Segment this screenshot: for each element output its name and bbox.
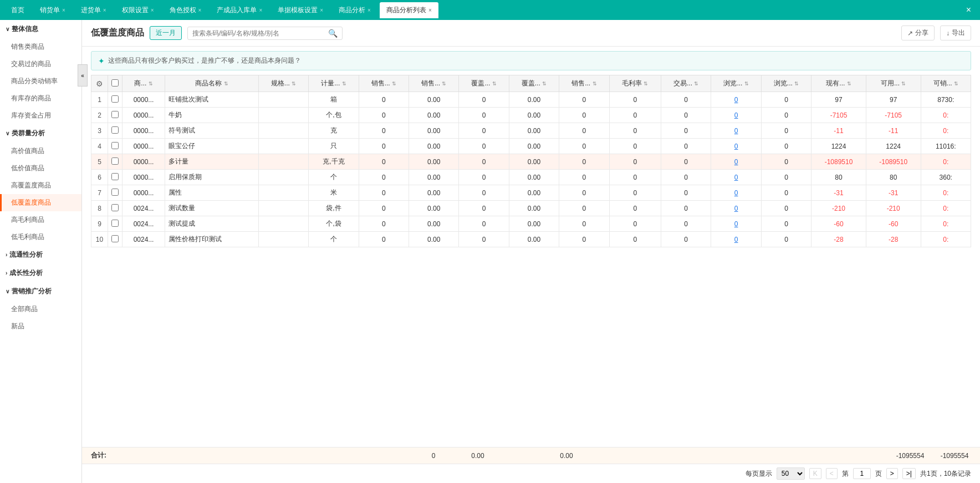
table-row: 9 0024... 测试提成 个,袋 0 0.00 0 0.00 0 0 0 0…: [91, 216, 971, 232]
row-checkbox[interactable]: [111, 204, 119, 211]
row-gross-rate: 0: [609, 139, 661, 154]
browse-link[interactable]: 0: [734, 127, 738, 135]
col-available[interactable]: 可用... ⇅: [866, 75, 921, 92]
sidebar-collapse-button[interactable]: «: [78, 64, 88, 87]
sidebar-item-sales-products[interactable]: 销售类商品: [0, 38, 81, 55]
section-overall-label: 整体信息: [12, 24, 38, 34]
nav-product-storage[interactable]: 产成品入库单 ×: [210, 2, 269, 18]
col-sales1-label: 销售...: [371, 79, 390, 87]
row-available: 80: [866, 170, 921, 185]
export-button[interactable]: ↓ 导出: [940, 26, 971, 40]
row-checkbox[interactable]: [111, 235, 119, 242]
next-page-button[interactable]: >: [886, 468, 898, 479]
browse-link[interactable]: 0: [734, 205, 738, 212]
nav-product-analysis[interactable]: 商品分析 ×: [332, 2, 377, 18]
col-sales3[interactable]: 销售... ⇅: [559, 75, 609, 92]
sidebar-item-stock-fund[interactable]: 库存资金占用: [0, 107, 81, 124]
sidebar-item-category-rate[interactable]: 商品分类动销率: [0, 73, 81, 90]
table-footer: 合计: 0 0.00 0.00 -1095554 -1095554: [82, 447, 980, 464]
nav-permission-close-icon[interactable]: ×: [151, 7, 154, 13]
nav-sales-order[interactable]: 销货单 ×: [33, 2, 72, 18]
search-icon[interactable]: 🔍: [328, 29, 338, 38]
col-cover1[interactable]: 覆盖... ⇅: [459, 75, 509, 92]
nav-analysis-list-close-icon[interactable]: ×: [428, 7, 432, 13]
sidebar-item-high-coverage[interactable]: 高覆盖度商品: [0, 177, 81, 194]
col-code[interactable]: 商... ⇅: [122, 75, 165, 92]
sidebar-item-traded-products[interactable]: 交易过的商品: [0, 55, 81, 73]
sidebar-item-new-products[interactable]: 新品: [0, 318, 81, 335]
browse-link[interactable]: 0: [734, 143, 738, 150]
col-browse1[interactable]: 浏览... ⇅: [711, 75, 761, 92]
sidebar-section-growth[interactable]: › 成长性分析: [0, 264, 81, 282]
row-checkbox[interactable]: [111, 189, 119, 196]
col-sales2[interactable]: 销售... ⇅: [409, 75, 458, 92]
gear-icon[interactable]: ⚙: [96, 79, 103, 88]
browse-link[interactable]: 0: [734, 158, 738, 166]
col-saleable[interactable]: 可销... ⇅: [921, 75, 971, 92]
col-name[interactable]: 商品名称 ⇅: [165, 75, 258, 92]
col-browse2[interactable]: 浏览... ⇅: [761, 75, 811, 92]
sidebar-item-high-value[interactable]: 高价值商品: [0, 143, 81, 160]
col-spec[interactable]: 规格... ⇅: [258, 75, 308, 92]
sidebar-section-group[interactable]: ∨ 类群量分析: [0, 124, 81, 143]
filter-recent-month-button[interactable]: 近一月: [150, 26, 182, 40]
browse-link[interactable]: 0: [734, 189, 738, 197]
last-page-button[interactable]: >|: [902, 468, 916, 479]
first-page-button[interactable]: K: [809, 468, 821, 479]
row-num: 4: [91, 139, 108, 154]
row-checkbox[interactable]: [111, 157, 119, 165]
share-button[interactable]: ↗ 分享: [901, 26, 935, 40]
nav-role-close-icon[interactable]: ×: [198, 7, 202, 13]
nav-template[interactable]: 单据模板设置 ×: [271, 2, 330, 18]
nav-product-analysis-list[interactable]: 商品分析列表 ×: [380, 2, 438, 18]
row-gross-rate: 0: [609, 216, 661, 232]
footer-sales1: 0: [417, 452, 450, 460]
col-cover2[interactable]: 覆盖... ⇅: [509, 75, 559, 92]
page-number-input[interactable]: [853, 468, 871, 479]
row-cover2: 0.00: [509, 139, 559, 154]
col-current[interactable]: 现有... ⇅: [811, 75, 866, 92]
row-browse1: 0: [711, 108, 761, 123]
row-checkbox[interactable]: [111, 95, 119, 103]
sidebar-item-low-margin[interactable]: 低毛利商品: [0, 228, 81, 246]
row-checkbox[interactable]: [111, 173, 119, 180]
sidebar-section-marketing[interactable]: ∨ 营销推广分析: [0, 282, 81, 301]
nav-purchase-close-icon[interactable]: ×: [103, 7, 106, 13]
prev-page-button[interactable]: <: [826, 468, 838, 479]
col-cover2-label: 覆盖...: [522, 79, 540, 87]
nav-permission[interactable]: 权限设置 ×: [115, 2, 161, 18]
sidebar-item-in-stock[interactable]: 有库存的商品: [0, 90, 81, 107]
nav-home[interactable]: 首页: [4, 2, 31, 18]
browse-link[interactable]: 0: [734, 174, 738, 181]
nav-purchase-order[interactable]: 进货单 ×: [74, 2, 113, 18]
browse-link[interactable]: 0: [734, 111, 738, 119]
nav-analysis-close-icon[interactable]: ×: [368, 7, 371, 13]
sidebar-item-low-coverage[interactable]: 低覆盖度商品: [0, 194, 81, 211]
nav-role-auth[interactable]: 角色授权 ×: [163, 2, 208, 18]
search-input[interactable]: [192, 29, 325, 37]
col-unit[interactable]: 计量... ⇅: [309, 75, 359, 92]
row-checkbox[interactable]: [111, 142, 119, 149]
sidebar-item-all-products[interactable]: 全部商品: [0, 301, 81, 318]
sidebar-item-high-margin[interactable]: 高毛利商品: [0, 211, 81, 228]
select-all-checkbox[interactable]: [111, 79, 119, 87]
row-code: 0000...: [122, 185, 165, 201]
row-checkbox[interactable]: [111, 111, 119, 118]
window-close-button[interactable]: ×: [962, 3, 976, 17]
sidebar-item-low-value[interactable]: 低价值商品: [0, 160, 81, 177]
col-trade[interactable]: 交易... ⇅: [661, 75, 711, 92]
browse-link[interactable]: 0: [734, 236, 738, 243]
col-gross-rate[interactable]: 毛利率 ⇅: [609, 75, 661, 92]
nav-product-close-icon[interactable]: ×: [259, 7, 262, 13]
sidebar-section-flow[interactable]: › 流通性分析: [0, 246, 81, 264]
browse-link[interactable]: 0: [734, 220, 738, 228]
sidebar-section-overall[interactable]: ∨ 整体信息: [0, 20, 81, 38]
row-checkbox[interactable]: [111, 126, 119, 134]
nav-template-close-icon[interactable]: ×: [320, 7, 323, 13]
page-size-select[interactable]: 50 100 200: [777, 467, 805, 480]
browse-link[interactable]: 0: [734, 96, 738, 104]
col-sales1[interactable]: 销售... ⇅: [359, 75, 409, 92]
row-checkbox[interactable]: [111, 220, 119, 227]
col-gear[interactable]: ⚙: [91, 75, 108, 92]
nav-sales-close-icon[interactable]: ×: [62, 7, 65, 13]
